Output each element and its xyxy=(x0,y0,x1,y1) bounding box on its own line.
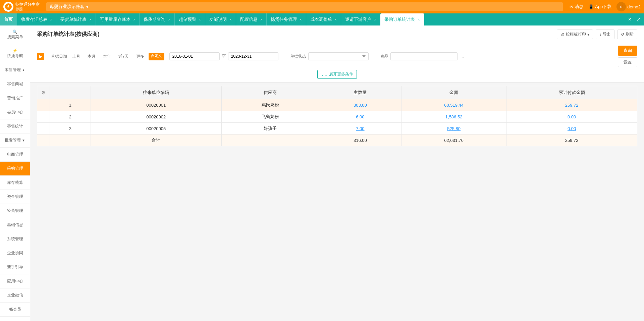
row-supplier-0: 惠氏奶粉 xyxy=(221,99,319,111)
message-btn[interactable]: ✉ 消息 xyxy=(570,4,583,10)
date-from-input[interactable] xyxy=(169,52,220,60)
nav-tabs-end: × ⤢ xyxy=(627,16,644,23)
date-to-input[interactable] xyxy=(228,52,278,60)
expand-more-btn[interactable]: ⌄⌄ 展开更多条件 xyxy=(317,70,357,79)
sidebar-item-qiye[interactable]: 企业协同 xyxy=(0,246,30,260)
tab-close-yaohuo[interactable]: × xyxy=(89,17,91,21)
table-row[interactable]: 2 00020002 飞鹤奶粉 6.00 1,586.52 0.00 xyxy=(37,111,637,123)
query-btns: 查询 设置 xyxy=(618,46,637,67)
chevron-down-icon-expand: ⌄⌄ xyxy=(321,72,328,77)
quicknav-icon: ⚡ xyxy=(2,48,28,53)
tab-close-tuohuo[interactable]: × xyxy=(300,17,302,21)
table-row[interactable]: 1 00020001 惠氏奶粉 303.00 60,519.44 259.72 xyxy=(37,99,637,111)
shortcut-this-month[interactable]: 本月 xyxy=(85,53,99,60)
tab-home[interactable]: 首页 xyxy=(0,13,17,25)
filter-collapse-btn[interactable]: ▶ xyxy=(37,53,44,60)
tab-caigou[interactable]: 采购订单统计表 × xyxy=(380,13,424,25)
shortcut-this-year[interactable]: 本年 xyxy=(100,53,114,60)
app-download-btn[interactable]: 📱 App下载 xyxy=(588,4,611,10)
goods-input[interactable] xyxy=(390,52,458,60)
tab-yaoqing[interactable]: 邀请下游客户 × xyxy=(341,13,380,25)
row-amount-2: 525.80 xyxy=(401,123,506,135)
settings-button[interactable]: 设置 xyxy=(618,57,637,67)
top-bar-left: 6 畅捷通好生意 标题 xyxy=(3,2,40,12)
shortcut-custom[interactable]: 自定义 xyxy=(149,53,164,60)
tab-close-shoufa[interactable]: × xyxy=(50,17,52,21)
sidebar-item-caigou[interactable]: 采购管理 xyxy=(0,162,30,176)
export-icon: ↓ xyxy=(599,32,601,37)
date-separator: 至 xyxy=(222,53,226,59)
tab-tuohuo[interactable]: 拣货任务管理 × xyxy=(267,13,306,25)
sidebar-item-ecom[interactable]: 电商管理 xyxy=(0,148,30,162)
filter-goods-item: 商品 ... xyxy=(380,52,464,60)
sidebar-item-xinshou[interactable]: 新手引导 xyxy=(0,260,30,274)
tab-baozhi[interactable]: 保质期查询 × xyxy=(140,13,174,25)
col-amount-header: 金额 xyxy=(401,86,506,99)
tab-peizhi[interactable]: 配置信息 × xyxy=(236,13,267,25)
refresh-button[interactable]: ↺ 刷新 xyxy=(617,30,637,39)
filter-status-item: 单据状态 xyxy=(290,52,369,60)
footer-empty1 xyxy=(37,135,50,146)
shortcut-last-month[interactable]: 上月 xyxy=(69,53,83,60)
sidebar-item-zijin[interactable]: 资金管理 xyxy=(0,190,30,204)
tab-chaochu[interactable]: 超储预警 × xyxy=(175,13,205,25)
tab-close-chengben[interactable]: × xyxy=(335,17,337,21)
sidebar-item-kucun[interactable]: 库存核算 xyxy=(0,176,30,190)
tab-close-chaochu[interactable]: × xyxy=(199,17,201,21)
nav-maximize-btn[interactable]: ⤢ xyxy=(635,16,642,23)
tab-close-caigou[interactable]: × xyxy=(418,17,420,21)
tab-gongneng[interactable]: 功能说明 × xyxy=(205,13,236,25)
tab-close-yaoqing[interactable]: × xyxy=(374,17,376,21)
status-select[interactable] xyxy=(308,52,369,60)
tab-close-keyong[interactable]: × xyxy=(133,17,135,21)
export-button[interactable]: ↓ 导出 xyxy=(596,30,614,39)
nav-close-btn[interactable]: × xyxy=(627,16,633,22)
row-settings-0 xyxy=(37,99,50,111)
sidebar-item-retail[interactable]: 零售管理 ▲ xyxy=(0,63,30,77)
col-settings-header[interactable]: ⚙ xyxy=(37,86,50,99)
query-button[interactable]: 查询 xyxy=(618,46,637,56)
footer-empty2 xyxy=(50,135,91,146)
chevron-down-icon-pifa: ▼ xyxy=(22,139,25,142)
sidebar: 🔍 搜索菜单 ⚡ 快捷导航 零售管理 ▲ 零售商城 营销推广 会员中心 零售统计… xyxy=(0,25,30,321)
sidebar-item-search[interactable]: 🔍 搜索菜单 xyxy=(0,25,30,44)
data-table: ⚙ 往来单位编码 供应商 主数量 金额 累计付款金额 1 00020001 惠氏… xyxy=(37,86,637,146)
sidebar-item-retail-stat[interactable]: 零售统计 xyxy=(0,119,30,133)
sidebar-item-member[interactable]: 会员中心 xyxy=(0,105,30,119)
shortcut-7days[interactable]: 近7天 xyxy=(115,53,132,60)
sidebar-item-quicknav[interactable]: ⚡ 快捷导航 xyxy=(0,44,30,63)
sidebar-item-huiyuan[interactable]: 畅会员 xyxy=(0,303,30,317)
svg-text:6: 6 xyxy=(7,5,9,9)
account-selector[interactable]: 母婴行业演示账套 ▾ xyxy=(46,2,563,11)
tab-close-peizhi[interactable]: × xyxy=(260,17,262,21)
sidebar-item-jichu[interactable]: 基础信息 xyxy=(0,218,30,232)
tab-chengben[interactable]: 成本调整单 × xyxy=(306,13,341,25)
sidebar-item-xitong[interactable]: 系统管理 xyxy=(0,232,30,246)
user-avatar[interactable]: d demo2 xyxy=(616,2,641,11)
row-settings-2 xyxy=(37,123,50,135)
sidebar-item-pifa[interactable]: 批发管理 ▼ xyxy=(0,133,30,148)
sidebar-item-weixin[interactable]: 企业微信 xyxy=(0,288,30,303)
table-row[interactable]: 3 00020005 好孩子 7.00 525.80 0.00 xyxy=(37,123,637,135)
col-unit-code-header: 往来单位编码 xyxy=(91,86,221,99)
sidebar-item-marketing[interactable]: 营销推广 xyxy=(0,91,30,105)
sidebar-item-retail-shop[interactable]: 零售商城 xyxy=(0,77,30,91)
sidebar-item-yingyong[interactable]: 应用中心 xyxy=(0,274,30,288)
shortcut-more[interactable]: 更多 xyxy=(133,53,147,60)
avatar-img: d xyxy=(616,2,626,11)
tab-close-baozhi[interactable]: × xyxy=(168,17,170,21)
tab-shoufa[interactable]: 收发存汇总表 × xyxy=(17,13,56,25)
footer-empty3 xyxy=(221,135,319,146)
tab-close-gongneng[interactable]: × xyxy=(229,17,231,21)
goods-more-icon[interactable]: ... xyxy=(461,54,464,59)
footer-label: 合计 xyxy=(91,135,221,146)
gear-icon[interactable]: ⚙ xyxy=(41,90,46,95)
row-num-1: 2 xyxy=(50,111,91,123)
tab-yaohuo[interactable]: 要货单统计表 × xyxy=(56,13,96,25)
filter-date-item: 单据日期 上月 本月 本年 近7天 更多 自定义 xyxy=(51,53,164,60)
table-header-row: ⚙ 往来单位编码 供应商 主数量 金额 累计付款金额 xyxy=(37,86,637,99)
tab-keyong[interactable]: 可用量库存账本 × xyxy=(96,13,140,25)
sidebar-item-jingying[interactable]: 经营管理 xyxy=(0,204,30,218)
template-print-button[interactable]: 🖨 按模板打印 ▾ xyxy=(557,30,593,39)
content-area: 采购订单统计表(按供应商) 🖨 按模板打印 ▾ ↓ 导出 ↺ 刷新 xyxy=(30,25,644,321)
